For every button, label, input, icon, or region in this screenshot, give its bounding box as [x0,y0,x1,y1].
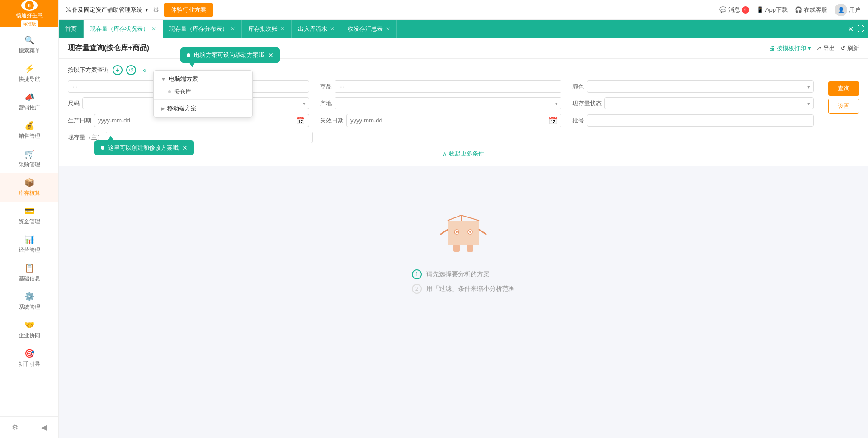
tooltip1-text: 电脑方案可设为移动方案哦 [194,51,264,59]
template-dropdown-icon: ▾ [808,45,811,52]
filter-inv-status: 现存量状态 ▾ [572,97,814,109]
exp-date-range: 📅 [346,114,561,127]
tooltip2-arrow [108,136,113,140]
reset-button[interactable]: 设置 [828,99,859,114]
user-menu[interactable]: 👤 用户 [835,4,861,16]
tab-bar: 首页 现存量（库存状况表） ✕ 现存量（库存分布表） ✕ 库存批次账 ✕ 出入库… [59,20,868,38]
logo-icon: 6 [21,0,38,11]
exp-date-calendar-icon[interactable]: 📅 [548,116,557,125]
tab-inventory-dist[interactable]: 现存量（库存分布表） ✕ [163,20,242,38]
tab-inout-flow-label: 出入库流水 [298,25,327,33]
system-icon: ⚙️ [24,292,34,301]
prod-date-start[interactable] [98,117,294,124]
sidebar-item-finance[interactable]: 💳 资金管理 [0,202,58,230]
tooltip1-close[interactable]: ✕ [268,52,274,59]
tooltip2-close[interactable]: ✕ [182,144,188,151]
origin-label: 产地 [320,99,332,108]
sidebar: 6 畅通好生意 标准版 🔍 搜索菜单 ⚡ 快捷导航 📣 营销推广 💰 销售管理 … [0,0,59,438]
logo-badge: 标准版 [21,20,38,28]
app-download-button[interactable]: 📱 App下载 [756,6,788,14]
inv-status-label: 现存量状态 [572,99,602,108]
prod-date-calendar-icon[interactable]: 📅 [296,116,305,125]
product-label: 商品 [320,83,332,91]
tab-close-all-icon[interactable]: ✕ [848,25,854,33]
step1-text: 请先选择要分析的方案 [426,270,490,278]
tooltip-scheme-mobile: 电脑方案可设为移动方案哦 ✕ [180,47,280,63]
bullet-icon [168,90,171,93]
batch-input[interactable] [587,114,814,127]
sidebar-item-system[interactable]: ⚙️ 系统管理 [0,287,58,316]
settings-button[interactable]: ⚙ [9,420,21,434]
sidebar-item-basic[interactable]: 📋 基础信息 [0,259,58,287]
empty-state: 1 请先选择要分析的方案 2 用「过滤」条件来缩小分析范围 [59,166,868,330]
color-select[interactable] [587,80,814,93]
refresh-scheme-button[interactable]: ↺ [126,65,136,75]
origin-select[interactable] [335,97,561,109]
sidebar-item-inventory[interactable]: 📦 库存核算 [0,173,58,202]
sidebar-item-search[interactable]: 🔍 搜索菜单 [0,31,58,59]
quicknav-icon: ⚡ [24,64,34,74]
tab-batch-ledger-close[interactable]: ✕ [280,26,285,32]
tab-inout-flow[interactable]: 出入库流水 ✕ [292,20,341,38]
tab-home[interactable]: 首页 [59,20,84,38]
sidebar-item-marketing[interactable]: 📣 营销推广 [0,88,58,116]
filter-color: 颜色 ▾ [572,80,814,93]
system-selector[interactable]: 装备及固定资产辅助管理系统 ▾ [66,6,148,14]
tab-collect-summary[interactable]: 收发存汇总表 ✕ [341,20,397,38]
scheme-item-wrapper: 按仓库 [161,86,252,98]
sidebar-item-purchase[interactable]: 🛒 采购管理 [0,145,58,173]
marketing-icon: 📣 [24,92,34,102]
sidebar-label-sales: 销售管理 [19,132,40,140]
sidebar-label-inventory: 库存核算 [19,189,40,197]
tab-inventory-dist-close[interactable]: ✕ [231,26,235,32]
inv-qty-end[interactable] [214,134,309,141]
sidebar-nav: 🔍 搜索菜单 ⚡ 快捷导航 📣 营销推广 💰 销售管理 🛒 采购管理 📦 库存核… [0,27,58,416]
prod-date-label: 生产日期 [68,117,91,125]
mobile-section-toggle[interactable]: ▶ 移动端方案 [154,102,252,115]
pc-section-toggle[interactable]: ▼ 电脑端方案 [154,72,252,86]
filter-area: 按以下方案查询 + ↺ « ▼ 电脑端方案 按仓库 [59,59,868,166]
tab-inventory-status[interactable]: 现存量（库存状况表） ✕ [84,20,163,38]
enterprise-icon: 🤝 [24,320,34,330]
svg-rect-7 [453,245,460,252]
settings-gear-icon[interactable]: ⚙ [153,5,159,14]
inv-status-select[interactable] [604,97,814,109]
sidebar-item-newbie[interactable]: 🎯 新手引导 [0,344,58,372]
collapse-icon: ∧ [443,151,447,157]
tab-collect-summary-close[interactable]: ✕ [386,26,390,32]
tab-inout-flow-close[interactable]: ✕ [330,26,335,32]
chevron-down-icon: ▼ [161,76,166,82]
refresh-button[interactable]: ↺ 刷新 [840,44,859,52]
header-left: 装备及固定资产辅助管理系统 ▾ ⚙ 体验行业方案 [66,3,213,17]
sidebar-item-quicknav[interactable]: ⚡ 快捷导航 [0,59,58,88]
step1-num: 1 [412,269,422,279]
search-icon: 🔍 [24,35,34,45]
tab-batch-ledger[interactable]: 库存批次账 ✕ [242,20,292,38]
tab-maximize-icon[interactable]: ⛶ [857,25,864,33]
message-icon: 💬 [719,6,726,13]
back-scheme-button[interactable]: « [140,65,150,75]
main-header: 装备及固定资产辅助管理系统 ▾ ⚙ 体验行业方案 💬 消息 6 📱 App下载 … [59,0,868,20]
product-filter-input[interactable]: ··· [335,80,561,93]
empty-illustration [436,203,491,259]
sidebar-item-enterprise[interactable]: 🤝 企业协同 [0,316,58,344]
tab-collect-summary-label: 收发存汇总表 [348,25,383,33]
sales-icon: 💰 [24,121,34,131]
sidebar-item-operations[interactable]: 📊 经营管理 [0,230,58,259]
tab-inventory-status-close[interactable]: ✕ [151,26,156,32]
page-actions: 🖨 按模板打印 ▾ ↗ 导出 ↺ 刷新 [769,44,859,52]
online-support-button[interactable]: 🎧 在线客服 [795,6,827,14]
sidebar-item-sales[interactable]: 💰 销售管理 [0,116,58,145]
exp-date-start[interactable] [350,117,547,124]
export-button[interactable]: ↗ 导出 [816,44,835,52]
page-title: 现存量查询(按仓库+商品) [68,43,149,53]
collapse-sidebar-button[interactable]: ◀ [38,420,49,434]
search-button[interactable]: 查询 [828,81,859,96]
message-button[interactable]: 💬 消息 6 [719,6,749,14]
mobile-icon: 📱 [756,6,764,13]
add-scheme-button[interactable]: + [113,65,123,75]
template-print-button[interactable]: 🖨 按模板打印 ▾ [769,44,811,52]
solution-button[interactable]: 体验行业方案 [164,3,213,17]
inv-status-select-wrap: ▾ [604,97,814,109]
system-dropdown-icon[interactable]: ▾ [145,6,148,13]
